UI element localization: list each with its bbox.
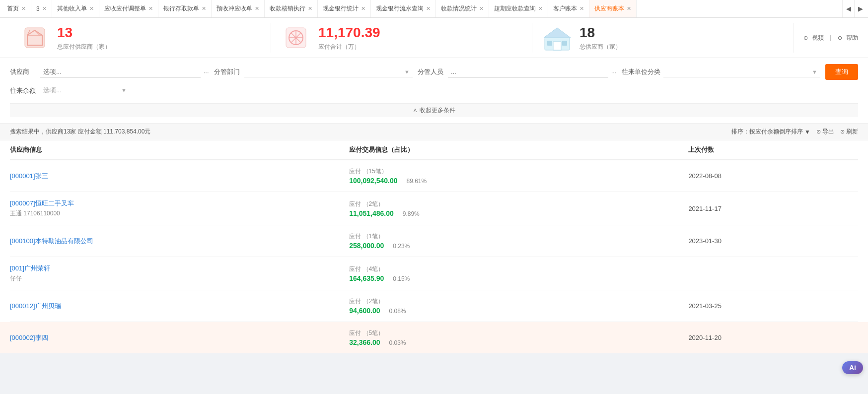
nav-tab-3[interactable]: 3 ✕ <box>31 0 52 18</box>
search-button[interactable]: 查询 <box>825 64 858 80</box>
nav-tab-overdue-label: 超期应收款查询 <box>494 4 536 13</box>
close-icon[interactable]: ✕ <box>579 5 584 12</box>
close-icon[interactable]: ✕ <box>148 5 153 12</box>
chevron-down-icon: ▼ <box>404 69 410 75</box>
close-icon[interactable]: ✕ <box>538 5 543 12</box>
stat-total-supplier: 18 总供应商（家） <box>532 23 794 53</box>
balance-select[interactable]: 选项... ▼ <box>40 84 130 97</box>
nav-tab-payment-verify[interactable]: 收款核销执行 ✕ <box>265 0 318 18</box>
table-row: [001]广州荣轩 仔仔 应付 （4笔） 164,635.90 0.15% <box>10 257 858 290</box>
ellipsis-icon[interactable]: ··· <box>204 68 209 76</box>
sort-button[interactable]: 排序：按应付余额倒序排序 ▼ <box>731 128 810 136</box>
supplier-link[interactable]: [000007]恒旺二手叉车 <box>10 199 74 207</box>
results-actions: 排序：按应付余额倒序排序 ▼ ⊙ 导出 ⊙ 刷新 <box>731 128 858 136</box>
table-row: [000100]本特勒油品有限公司 应付 （1笔） 258,000.00 0.2… <box>10 225 858 257</box>
close-icon[interactable]: ✕ <box>202 5 206 12</box>
nav-tab-adjustment[interactable]: 应收应付调整单 ✕ <box>99 0 158 18</box>
transaction-amount: 258,000.00 <box>349 242 384 250</box>
transaction-pct: 0.08% <box>389 308 406 315</box>
close-icon[interactable]: ✕ <box>308 5 312 12</box>
video-link[interactable]: 视频 <box>812 34 824 42</box>
last-pay: 2021-11-17 <box>688 205 858 212</box>
shop-icon <box>542 23 572 53</box>
filter-balance-label: 往来余额 <box>10 86 37 95</box>
close-icon[interactable]: ✕ <box>42 5 47 12</box>
supplier-link[interactable]: [000002]李四 <box>10 334 48 341</box>
nav-tab-payment-verify-label: 收款核销执行 <box>270 4 305 13</box>
stat-supplier-payable-label: 总应付供应商（家） <box>57 43 111 51</box>
svg-rect-13 <box>553 42 561 50</box>
filter-person: 分管人员 ··· <box>418 66 617 78</box>
transaction-info: 应付 （2笔） 94,600.00 0.08% <box>349 297 688 315</box>
svg-rect-15 <box>562 41 567 46</box>
nav-tab-home[interactable]: 首页 ✕ <box>2 0 31 18</box>
nav-tab-overdue[interactable]: 超期应收款查询 ✕ <box>489 0 548 18</box>
transaction-info: 应付 （1笔） 258,000.00 0.23% <box>349 232 688 250</box>
supplier-info: [001]广州荣轩 仔仔 <box>10 264 349 283</box>
category-select[interactable]: ▼ <box>663 67 821 77</box>
nav-tab-prepaid[interactable]: 预收冲应收单 ✕ <box>212 0 265 18</box>
dept-select[interactable]: ▼ <box>244 67 413 77</box>
filter-area: 供应商 ··· 分管部门 ▼ 分管人员 ··· 往来单位分类 ▼ 查询 <box>0 58 868 124</box>
last-pay: 2022-08-08 <box>688 172 858 180</box>
filter-person-label: 分管人员 <box>418 67 445 76</box>
sort-label: 排序：按应付余额倒序排序 <box>731 128 803 136</box>
ellipsis-icon2[interactable]: ··· <box>611 68 617 76</box>
transaction-info: 应付 （15笔） 100,092,540.00 89.61% <box>349 167 688 185</box>
close-icon[interactable]: ✕ <box>426 5 431 12</box>
nav-tab-cash-flow-label: 现金银行流水查询 <box>376 4 424 13</box>
filter-row-1: 供应商 ··· 分管部门 ▼ 分管人员 ··· 往来单位分类 ▼ 查询 <box>10 64 858 80</box>
nav-tab-cash-flow[interactable]: 现金银行流水查询 ✕ <box>371 0 436 18</box>
transaction-pct: 0.23% <box>393 243 410 250</box>
nav-tab-supplier-book[interactable]: 供应商账本 ✕ <box>589 0 637 18</box>
transaction-amount: 94,600.00 <box>349 307 380 315</box>
nav-tab-customer-book[interactable]: 客户账本 ✕ <box>548 0 589 18</box>
transaction-pct: 9.89% <box>403 210 420 217</box>
nav-tab-bank-deposit[interactable]: 银行存取款单 ✕ <box>158 0 212 18</box>
stat-supplier-payable-number: 13 <box>57 25 111 41</box>
nav-tab-payment-stat[interactable]: 收款情况统计 ✕ <box>436 0 489 18</box>
transaction-info: 应付 （2笔） 11,051,486.00 9.89% <box>349 200 688 217</box>
supplier-link[interactable]: [000001]张三 <box>10 172 48 180</box>
transaction-pct: 0.03% <box>389 339 406 346</box>
filter-dept: 分管部门 ▼ <box>214 67 413 77</box>
stat-payable-total: 11,170.39 应付合计（万） <box>271 23 532 53</box>
close-icon[interactable]: ✕ <box>255 5 259 12</box>
nav-tab-other-income[interactable]: 其他收入单 ✕ <box>52 0 99 18</box>
col-header-last-pay: 上次付数 <box>688 145 858 154</box>
close-icon[interactable]: ✕ <box>89 5 94 12</box>
supplier-input[interactable] <box>40 66 201 78</box>
nav-tab-prepaid-label: 预收冲应收单 <box>217 4 252 13</box>
transaction-pct: 89.61% <box>407 178 427 185</box>
refresh-button[interactable]: ⊙ 刷新 <box>840 128 858 136</box>
diamond-icon <box>20 23 50 53</box>
col-header-supplier: 供应商信息 <box>10 145 349 154</box>
balance-select-text: 选项... <box>43 86 121 95</box>
close-icon[interactable]: ✕ <box>479 5 484 12</box>
close-icon[interactable]: ✕ <box>627 5 631 12</box>
collapse-filter-button[interactable]: ∧ 收起更多条件 <box>10 103 858 117</box>
nav-prev-arrow[interactable]: ◀ <box>842 0 854 18</box>
stat-total-supplier-number: 18 <box>579 25 621 41</box>
filter-category: 往来单位分类 ▼ <box>622 67 821 77</box>
close-icon[interactable]: ✕ <box>361 5 365 12</box>
supplier-link[interactable]: [001]广州荣轩 <box>10 264 50 272</box>
nav-tab-other-income-label: 其他收入单 <box>57 4 87 13</box>
export-button[interactable]: ⊙ 导出 <box>816 128 834 136</box>
supplier-info: [000012]广州贝瑞 <box>10 302 349 311</box>
supplier-contact: 仔仔 <box>10 274 349 283</box>
person-input[interactable] <box>448 66 608 78</box>
stat-total-supplier-info: 18 总供应商（家） <box>579 25 621 51</box>
stat-payable-total-info: 11,170.39 应付合计（万） <box>318 25 380 51</box>
circle-icon2: ⊙ <box>838 35 842 41</box>
supplier-link[interactable]: [000100]本特勒油品有限公司 <box>10 237 93 245</box>
close-icon[interactable]: ✕ <box>21 5 26 12</box>
stat-supplier-payable: 13 总应付供应商（家） <box>10 23 271 53</box>
stat-total-supplier-label: 总供应商（家） <box>579 43 621 51</box>
nav-tab-cash-bank-stat[interactable]: 现金银行统计 ✕ <box>318 0 371 18</box>
nav-tab-cash-bank-stat-label: 现金银行统计 <box>323 4 359 13</box>
table-row: [000012]广州贝瑞 应付 （2笔） 94,600.00 0.08% 202… <box>10 290 858 322</box>
supplier-link[interactable]: [000012]广州贝瑞 <box>10 302 61 310</box>
help-link[interactable]: 帮助 <box>846 34 858 42</box>
nav-next-arrow[interactable]: ▶ <box>854 0 866 18</box>
